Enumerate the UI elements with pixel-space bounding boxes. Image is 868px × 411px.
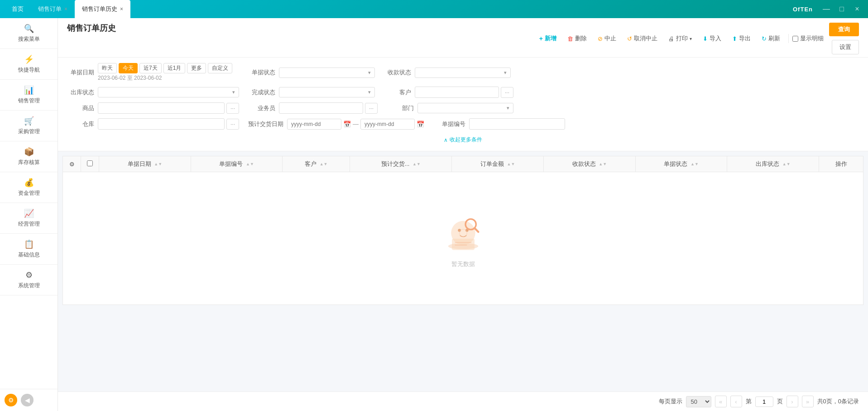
refresh-btn[interactable]: ↻ 刷新 [757,32,785,45]
goods-input[interactable] [98,102,225,114]
date-separator: — [353,121,359,127]
sort-customer-icon: ▲▼ [320,162,328,166]
page-size-select[interactable]: 10 20 50 100 [686,396,711,407]
export-btn[interactable]: ⬆ 导出 [728,32,755,45]
sales-icon: 📊 [24,85,34,95]
first-page-btn[interactable]: « [715,396,727,407]
query-btn[interactable]: 查询 [829,23,859,36]
col-doc-status[interactable]: 单据状态 ▲▼ [635,156,727,172]
out-status-select[interactable]: ▾ [98,87,239,97]
stop-btn[interactable]: ⊘ 中止 [593,32,621,45]
tab-sales-order-close[interactable]: × [64,6,67,12]
tab-sales-order-history[interactable]: 销售订单历史 × [75,0,130,18]
basic-info-icon: 📋 [24,239,34,249]
delete-btn[interactable]: 🗑 删除 [563,32,591,45]
brand-text: OfTEn [793,6,813,13]
sidebar-item-inventory-label: 库存核算 [18,159,40,166]
salesman-ellipsis-btn[interactable]: ··· [365,103,378,114]
table-section: ⚙ 单据日期 ▲▼ 单据编号 ▲▼ 客户 [58,151,868,392]
doc-status-select[interactable]: ▾ [279,68,375,78]
date-btn-today[interactable]: 今天 [119,63,138,73]
select-all-checkbox[interactable] [87,160,93,166]
salesman-input[interactable] [279,102,363,114]
main-layout: 🔍 搜索菜单 ⚡ 快捷导航 📊 销售管理 🛒 采购管理 📦 库存核算 💰 资金管… [0,18,868,411]
sidebar-collapse-btn[interactable]: ◀ [21,394,34,406]
doc-no-input[interactable] [469,118,565,130]
col-amount[interactable]: 订单金额 ▲▼ [452,156,544,172]
sidebar-item-search-menu[interactable]: 🔍 搜索菜单 [0,18,58,49]
cancel-stop-btn[interactable]: ↺ 取消中止 [623,32,662,45]
department-arrow: ▾ [507,105,509,111]
tab-home[interactable]: 首页 [5,0,31,18]
date-btn-last7[interactable]: 近7天 [139,63,162,73]
sort-out-status-icon: ▲▼ [782,162,791,166]
data-table: ⚙ 单据日期 ▲▼ 单据编号 ▲▼ 客户 [62,156,863,305]
col-settings[interactable]: ⚙ [63,156,81,172]
new-btn[interactable]: + 新增 [535,32,561,45]
sidebar-item-quick-nav[interactable]: ⚡ 快捷导航 [0,49,58,80]
doc-status-arrow: ▾ [368,70,371,76]
col-checkbox[interactable] [81,156,99,172]
sidebar-item-purchase-label: 采购管理 [18,128,40,135]
date-btn-more[interactable]: 更多 [187,63,206,73]
last-page-btn[interactable]: » [802,396,814,407]
page-title: 销售订单历史 [67,23,116,38]
page-input[interactable] [755,396,773,407]
filter-complete-status-item: 完成状态 ▾ [248,87,375,97]
sidebar-item-basic-info[interactable]: 📋 基础信息 [0,234,58,265]
sidebar-item-inventory[interactable]: 📦 库存核算 [0,141,58,172]
department-select[interactable]: ▾ [417,103,513,113]
date-btn-yesterday[interactable]: 昨天 [98,63,117,73]
sidebar-item-system[interactable]: ⚙ 系统管理 [0,265,58,295]
minimize-btn[interactable]: — [820,3,833,15]
total-text: 共0页，0条记录 [817,397,859,406]
col-doc-no[interactable]: 单据编号 ▲▼ [191,156,283,172]
close-window-btn[interactable]: × [851,3,863,15]
display-cols-label[interactable]: 显示明细 [792,34,824,43]
content-area: 销售订单历史 + 新增 🗑 删除 ⊘ 中止 ↺ [58,18,868,411]
delivery-date-end[interactable] [360,119,415,130]
col-operation: 操作 [819,156,863,172]
col-customer[interactable]: 客户 ▲▼ [283,156,350,172]
collapse-btn[interactable]: ∧ 收起更多条件 [67,134,859,145]
sidebar-item-basic-info-label: 基础信息 [18,251,40,259]
display-cols-checkbox[interactable] [792,36,798,42]
sidebar-item-purchase[interactable]: 🛒 采购管理 [0,111,58,141]
out-status-label: 出库状态 [67,88,94,97]
sidebar-settings-btn[interactable]: ⚙ [5,394,17,406]
table-header-row: ⚙ 单据日期 ▲▼ 单据编号 ▲▼ 客户 [63,156,863,172]
print-btn[interactable]: 🖨 打印 ▾ [664,32,696,45]
export-icon: ⬆ [732,35,737,42]
filter-doc-no-item: 单据编号 [438,118,565,130]
sidebar-item-finance[interactable]: 💰 资金管理 [0,172,58,203]
col-doc-date[interactable]: 单据日期 ▲▼ [99,156,191,172]
maximize-btn[interactable]: □ [835,3,848,15]
query-set-group: 查询 设置 [829,23,859,54]
delivery-date-start[interactable] [287,119,341,130]
sidebar-item-finance-label: 资金管理 [18,189,40,197]
date-btn-custom[interactable]: 自定义 [208,63,232,73]
complete-status-select[interactable]: ▾ [279,87,375,97]
customer-input[interactable] [415,87,499,98]
date-btn-last1m[interactable]: 近1月 [163,63,186,73]
col-out-status[interactable]: 出库状态 ▲▼ [727,156,819,172]
import-btn[interactable]: ⬇ 导入 [698,32,726,45]
tab-sales-order[interactable]: 销售订单 × [31,0,75,18]
warehouse-ellipsis-btn[interactable]: ··· [226,119,239,130]
goods-ellipsis-btn[interactable]: ··· [226,103,239,114]
next-page-btn[interactable]: › [786,396,798,407]
doc-status-label: 单据状态 [248,68,275,77]
sidebar-item-operation[interactable]: 📈 经营管理 [0,203,58,234]
warehouse-input[interactable] [98,118,225,130]
sidebar-item-sales[interactable]: 📊 销售管理 [0,80,58,111]
quick-nav-icon: ⚡ [24,54,34,64]
prev-page-btn[interactable]: ‹ [730,396,742,407]
col-receipt-status[interactable]: 收款状态 ▲▼ [544,156,636,172]
tab-sales-order-history-close[interactable]: × [120,6,123,12]
col-delivery-date[interactable]: 预计交货... ▲▼ [350,156,452,172]
settings-btn[interactable]: 设置 [832,40,859,54]
receipt-status-select[interactable]: ▾ [415,68,511,78]
filter-row-3: 商品 ··· 业务员 ··· 部门 [67,102,859,114]
filter-warehouse-item: 仓库 ··· [67,118,239,130]
customer-ellipsis-btn[interactable]: ··· [501,87,513,98]
